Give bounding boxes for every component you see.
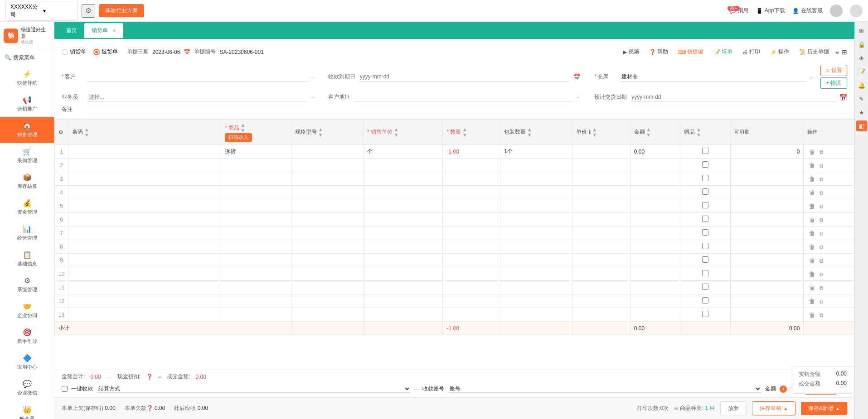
sidebar-item-finance[interactable]: 💰 资金管理	[0, 194, 54, 220]
sidebar-item-quick-nav[interactable]: ⚡ 快捷导航	[0, 65, 54, 91]
row-spec[interactable]	[291, 267, 364, 281]
th-quantity[interactable]: * 数量▲▼	[443, 120, 500, 145]
sidebar-item-member[interactable]: 👑 畅会员	[0, 401, 54, 419]
payment-due-calendar-icon[interactable]: 📅	[573, 73, 581, 81]
row-copy-btn[interactable]: ⧉	[818, 258, 825, 264]
row-price[interactable]	[572, 308, 630, 322]
th-spec[interactable]: 规格型号▲▼	[291, 120, 364, 145]
tab-close-icon[interactable]: ✕	[112, 28, 116, 33]
cumulative-info[interactable]: ❓	[146, 405, 153, 411]
row-barcode[interactable]	[68, 281, 221, 294]
row-copy-btn[interactable]: ⧉	[818, 299, 825, 305]
delivery-calendar-icon[interactable]: 📅	[839, 94, 847, 101]
one-click-payment-checkbox[interactable]	[62, 386, 68, 392]
rp-note-btn[interactable]: 📝	[856, 66, 867, 77]
row-product[interactable]	[221, 172, 291, 186]
customer-input[interactable]	[87, 72, 307, 82]
sidebar-item-collab[interactable]: 🤝 企业协同	[0, 298, 54, 323]
row-gift[interactable]	[680, 172, 731, 186]
delivery-date-input[interactable]	[630, 92, 837, 102]
row-spec[interactable]	[291, 172, 364, 186]
row-product[interactable]	[221, 294, 291, 308]
th-settings[interactable]: ⚙	[55, 120, 68, 145]
row-product[interactable]	[221, 267, 291, 281]
message-btn[interactable]: 💬 99+ 消息	[729, 7, 749, 14]
row-spec[interactable]	[291, 145, 364, 159]
row-delete-btn[interactable]: 🗑	[807, 216, 816, 223]
row-gift[interactable]	[680, 145, 731, 159]
row-gift[interactable]	[680, 254, 731, 267]
history-btn[interactable]: 📜 历史单据	[795, 46, 833, 58]
video-btn[interactable]: ▶ 视频	[619, 46, 643, 58]
row-price[interactable]	[572, 267, 630, 281]
row-price[interactable]	[572, 199, 630, 213]
row-price[interactable]	[572, 254, 630, 267]
gear-button[interactable]: ⚙	[82, 4, 95, 18]
row-copy-btn[interactable]: ⧉	[818, 285, 825, 291]
row-spec[interactable]	[291, 213, 364, 226]
discount-info-icon[interactable]: ❓	[146, 374, 153, 380]
row-barcode[interactable]	[68, 186, 221, 199]
th-product[interactable]: * 商品▲▼ 扫码录入	[221, 120, 291, 145]
warehouse-input[interactable]	[620, 72, 806, 82]
row-barcode[interactable]	[68, 199, 221, 213]
row-delete-btn[interactable]: 🗑	[807, 230, 816, 237]
th-price[interactable]: 单价 ℹ▲▼	[572, 120, 630, 145]
th-amount[interactable]: 金额▲▼	[630, 120, 680, 145]
row-spec[interactable]	[291, 308, 364, 322]
logistics-button[interactable]: + 物流	[820, 77, 847, 89]
row-delete-btn[interactable]: 🗑	[807, 298, 816, 305]
sidebar-search[interactable]: 🔍 搜索菜单	[0, 50, 54, 65]
sidebar-item-purchase[interactable]: 🛒 采购管理	[0, 143, 54, 169]
row-barcode[interactable]	[68, 145, 221, 159]
add-payment-button[interactable]: +	[780, 385, 787, 393]
sidebar-item-inventory[interactable]: 📦 库存核算	[0, 169, 54, 194]
sidebar-item-guide[interactable]: 🎯 新手引导	[0, 323, 54, 349]
salesperson-input[interactable]	[87, 92, 307, 102]
row-delete-btn[interactable]: 🗑	[807, 189, 816, 196]
row-copy-btn[interactable]: ⧉	[818, 203, 825, 210]
row-quantity[interactable]: -1.00	[443, 145, 500, 159]
rp-lock-btn[interactable]: 🔒	[856, 39, 867, 50]
row-copy-btn[interactable]: ⧉	[818, 244, 825, 250]
row-spec[interactable]	[291, 186, 364, 199]
row-delete-btn[interactable]: 🗑	[807, 202, 816, 210]
row-barcode[interactable]	[68, 294, 221, 308]
payment-due-input[interactable]	[358, 72, 571, 82]
row-quantity[interactable]	[443, 254, 500, 267]
rp-bell-btn[interactable]: 🔔	[856, 80, 867, 91]
row-delete-btn[interactable]: 🗑	[807, 175, 816, 183]
row-quantity[interactable]	[443, 213, 500, 226]
row-spec[interactable]	[291, 294, 364, 308]
row-barcode[interactable]	[68, 308, 221, 322]
account-select[interactable]: 账号	[448, 385, 762, 393]
row-barcode[interactable]	[68, 172, 221, 186]
customer-dots[interactable]: ···	[310, 74, 315, 80]
row-spec[interactable]	[291, 281, 364, 294]
app-download-btn[interactable]: 📱 App下载	[756, 7, 785, 14]
row-delete-btn[interactable]: 🗑	[807, 243, 816, 250]
row-barcode[interactable]	[68, 159, 221, 172]
row-barcode[interactable]	[68, 254, 221, 267]
row-gift[interactable]	[680, 226, 731, 240]
row-product[interactable]: 拆货	[221, 145, 291, 159]
tab-home[interactable]: 首页	[59, 23, 84, 38]
row-quantity[interactable]	[443, 199, 500, 213]
row-product[interactable]	[221, 186, 291, 199]
row-quantity[interactable]	[443, 267, 500, 281]
row-gift[interactable]	[680, 308, 731, 322]
row-copy-btn[interactable]: ⧉	[818, 163, 825, 169]
row-price[interactable]	[572, 186, 630, 199]
row-quantity[interactable]	[443, 186, 500, 199]
row-quantity[interactable]	[443, 240, 500, 254]
row-gift[interactable]	[680, 159, 731, 172]
row-product[interactable]	[221, 240, 291, 254]
th-barcode[interactable]: 条码▲▼	[68, 120, 221, 145]
calendar-icon[interactable]: 📅	[184, 49, 190, 55]
row-quantity[interactable]	[443, 172, 500, 186]
avatar-2[interactable]	[850, 5, 863, 17]
row-price[interactable]	[572, 226, 630, 240]
radio-return[interactable]: 退货单	[93, 48, 118, 56]
view-list-icon[interactable]: ≡	[835, 48, 839, 56]
row-copy-btn[interactable]: ⧉	[818, 149, 825, 155]
